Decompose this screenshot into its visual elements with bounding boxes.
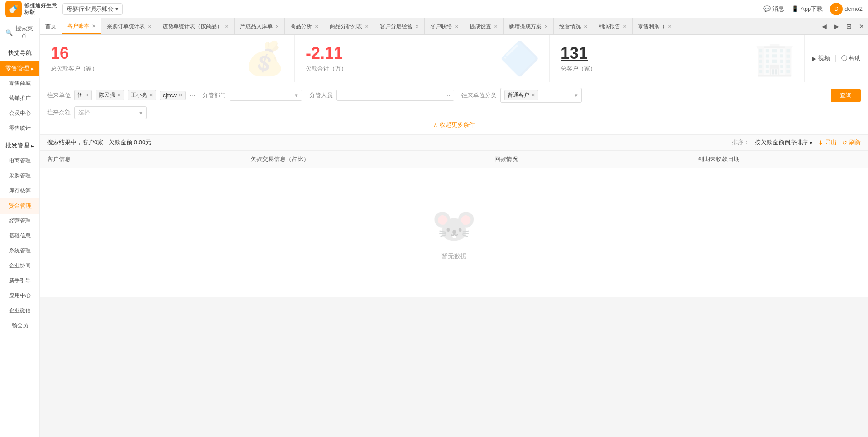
- export-btn[interactable]: ⬇ 导出: [818, 138, 837, 147]
- tab-product-analysis[interactable]: 商品分析 ✕: [285, 18, 324, 34]
- refresh-btn[interactable]: ↺ 刷新: [842, 138, 861, 147]
- filter-row-1: 往来单位 伍 ✕ 陈民强 ✕ 王小亮 ✕ cjttcw: [47, 88, 861, 103]
- tab-customer-contact[interactable]: 客户联络 ✕: [425, 18, 464, 34]
- filter-category-label: 往来单位分类: [461, 91, 497, 100]
- sidebar-item-purchase[interactable]: 采购管理: [0, 168, 39, 183]
- tab-retail-profit-close[interactable]: ✕: [668, 24, 671, 29]
- sidebar-item-inventory-label: 库存核算: [9, 187, 31, 194]
- filter-balance-placeholder: 选择...: [78, 109, 95, 117]
- tab-product-inbound-close[interactable]: ✕: [275, 24, 279, 29]
- sidebar-item-retail-mgmt[interactable]: 零售管理 ▸: [0, 61, 39, 76]
- filter-dept-dropdown[interactable]: ▾: [230, 90, 302, 101]
- app-download-btn[interactable]: 📱 App下载: [791, 5, 823, 13]
- tab-product-analysis-list[interactable]: 商品分析列表 ✕: [324, 18, 374, 34]
- sidebar-item-app-center[interactable]: 应用中心: [0, 288, 39, 303]
- filter-person-more[interactable]: ···: [446, 92, 451, 99]
- message-btn[interactable]: 💬 消息: [763, 5, 784, 13]
- filter-tag-unit3-close[interactable]: ✕: [149, 92, 153, 98]
- filter-person-dropdown[interactable]: ···: [336, 90, 454, 101]
- chevron-down-icon: ▾: [115, 5, 119, 12]
- tab-remind-settings-close[interactable]: ✕: [494, 24, 498, 29]
- chevron-down-icon-sort: ▾: [810, 139, 813, 146]
- tab-inbound-stats-close[interactable]: ✕: [225, 24, 229, 29]
- tab-add-achievement-close[interactable]: ✕: [544, 24, 548, 29]
- sidebar-item-app-center-label: 应用中心: [9, 292, 31, 299]
- sidebar-item-enterprise-coop[interactable]: 企业协同: [0, 258, 39, 273]
- sidebar-item-member-center[interactable]: 会员中心: [0, 106, 39, 121]
- th-customer-info: 客户信息: [47, 155, 250, 163]
- th-debt-info: 欠款交易信息（占比）: [250, 155, 494, 163]
- filter-more-units[interactable]: ···: [189, 91, 195, 100]
- sidebar-item-vip-member[interactable]: 畅会员: [0, 318, 39, 333]
- sidebar-item-system-mgmt[interactable]: 系统管理: [0, 243, 39, 258]
- sidebar-item-retail-stats[interactable]: 零售统计: [0, 121, 39, 136]
- sidebar-item-finance-label: 资金管理: [8, 202, 32, 210]
- video-btn[interactable]: ▶ 视频: [812, 54, 830, 62]
- tab-customer-account[interactable]: 客户账本 ✕: [62, 18, 101, 34]
- tab-customer-account-close[interactable]: ✕: [92, 24, 96, 28]
- query-btn[interactable]: 查询: [831, 89, 861, 102]
- collapse-btn[interactable]: ∧ 收起更多条件: [47, 121, 861, 129]
- tab-next-btn[interactable]: ▶: [830, 21, 843, 32]
- sidebar-item-operations[interactable]: 经营管理: [0, 214, 39, 228]
- tab-prev-btn[interactable]: ◀: [818, 21, 830, 32]
- logo-symbol: 🍼: [9, 4, 19, 14]
- tab-customer-segment-close[interactable]: ✕: [415, 24, 419, 29]
- sidebar-item-retail-mall[interactable]: 零售商城: [0, 76, 39, 91]
- tab-product-analysis-list-close[interactable]: ✕: [365, 24, 369, 29]
- message-icon: 💬: [763, 5, 771, 12]
- tab-customer-contact-close[interactable]: ✕: [455, 24, 458, 29]
- tab-add-achievement[interactable]: 新增提成方案 ✕: [504, 18, 554, 34]
- filter-category-tag-close[interactable]: ✕: [531, 92, 535, 98]
- sidebar-item-marketing[interactable]: 营销推广: [0, 91, 39, 106]
- tab-purchase-order-close[interactable]: ✕: [148, 24, 151, 29]
- help-label: 帮助: [849, 54, 861, 62]
- search-menu-btn[interactable]: 🔍 搜索菜单: [4, 23, 36, 43]
- filter-row-2: 往来余额 选择... ▾: [47, 106, 861, 119]
- tab-operations-situation[interactable]: 经营情况 ✕: [554, 18, 593, 34]
- sidebar-item-ecommerce[interactable]: 电商管理: [0, 153, 39, 168]
- filter-tag-unit4-close[interactable]: ✕: [178, 92, 182, 98]
- tab-customer-contact-label: 客户联络: [430, 23, 452, 30]
- sidebar-item-member-center-label: 会员中心: [9, 110, 31, 116]
- tabbar: 首页 客户账本 ✕ 采购订单统计表 ✕ 进货单统计表（按商品） ✕ 产成品入库单…: [40, 18, 868, 35]
- sidebar-item-finance[interactable]: 资金管理: [0, 198, 39, 214]
- tab-retail-profit[interactable]: 零售利润（ ✕: [633, 18, 677, 34]
- tab-product-analysis-close[interactable]: ✕: [315, 24, 318, 29]
- account-selector[interactable]: 母婴行业演示账套 ▾: [62, 3, 123, 15]
- tab-home[interactable]: 首页: [40, 18, 62, 34]
- sidebar-item-enterprise-wechat[interactable]: 企业微信: [0, 303, 39, 318]
- tab-expand-btn[interactable]: ⊞: [843, 21, 855, 32]
- main-container: 🔍 搜索菜单 快捷导航 零售管理 ▸ 零售商城 营销推广 会员中心 零售统计 批…: [0, 18, 868, 437]
- tab-customer-segment[interactable]: 客户分层经营 ✕: [374, 18, 425, 34]
- filter-tag-unit2-close[interactable]: ✕: [117, 92, 121, 98]
- sidebar-item-wholesale[interactable]: 批发管理 ▸: [0, 138, 39, 153]
- filter-balance-dropdown[interactable]: 选择... ▾: [74, 106, 147, 119]
- sidebar-item-new-guide[interactable]: 新手引导: [0, 273, 39, 288]
- tab-purchase-order[interactable]: 采购订单统计表 ✕: [101, 18, 157, 34]
- sort-select[interactable]: 按欠款金额倒序排序 ▾: [755, 138, 813, 147]
- help-btn[interactable]: ⓘ 帮助: [841, 54, 861, 62]
- logo-icon: 🍼: [5, 1, 22, 17]
- tab-controls: ◀ ▶ ⊞ ✕: [818, 21, 868, 32]
- filter-tag-unit3: 王小亮 ✕: [128, 90, 156, 100]
- sidebar-item-quick-nav[interactable]: 快捷导航: [0, 45, 39, 61]
- sidebar-item-inventory[interactable]: 库存核算: [0, 183, 39, 198]
- logo-line2: 标版: [24, 9, 57, 15]
- tab-inbound-stats[interactable]: 进货单统计表（按商品） ✕: [157, 18, 235, 34]
- tab-operations-situation-close[interactable]: ✕: [584, 24, 587, 29]
- filter-category-dropdown[interactable]: 普通客户 ✕ ▾: [500, 88, 582, 103]
- search-menu-label: 搜索菜单: [14, 24, 34, 41]
- tab-remind-settings[interactable]: 提成设置 ✕: [464, 18, 504, 34]
- filter-tag-unit1-close[interactable]: ✕: [85, 92, 89, 98]
- tab-close-all-btn[interactable]: ✕: [855, 21, 868, 32]
- tab-profit-report[interactable]: 利润报告 ✕: [593, 18, 633, 34]
- tab-remind-settings-label: 提成设置: [470, 23, 491, 30]
- sidebar-item-basic-info[interactable]: 基础信息: [0, 228, 39, 243]
- chevron-down-icon-balance: ▾: [139, 109, 143, 116]
- tab-product-inbound[interactable]: 产成品入库单 ✕: [235, 18, 285, 34]
- tab-profit-report-close[interactable]: ✕: [623, 24, 627, 29]
- sidebar-search[interactable]: 🔍 搜索菜单: [0, 18, 39, 45]
- user-menu[interactable]: D demo2: [830, 3, 863, 15]
- empty-text: 暂无数据: [441, 252, 467, 261]
